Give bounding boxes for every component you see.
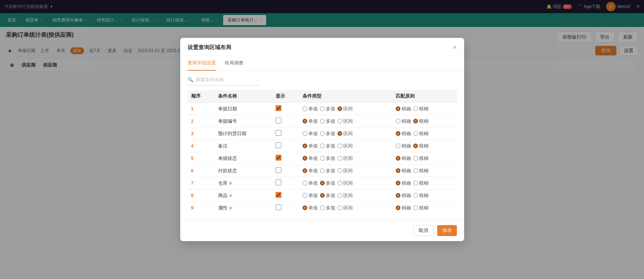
modal-header: 设置查询区域布局 × xyxy=(180,38,464,56)
modal-dialog: 设置查询区域布局 × 查询字段设置 布局调整 🔍 xyxy=(180,38,464,76)
modal-tab-layout[interactable]: 布局调整 xyxy=(225,56,244,71)
modal-overlay: 设置查询区域布局 × 查询字段设置 布局调整 🔍 xyxy=(0,0,644,76)
modal-close-button[interactable]: × xyxy=(453,44,457,51)
modal-tab-query-fields[interactable]: 查询字段设置 xyxy=(187,56,216,71)
modal-body: 🔍 顺序 条件名称 显示 条件类型 匹配原则 xyxy=(180,71,464,76)
modal-title: 设置查询区域布局 xyxy=(187,44,231,51)
modal-tabs: 查询字段设置 布局调整 xyxy=(180,56,464,71)
